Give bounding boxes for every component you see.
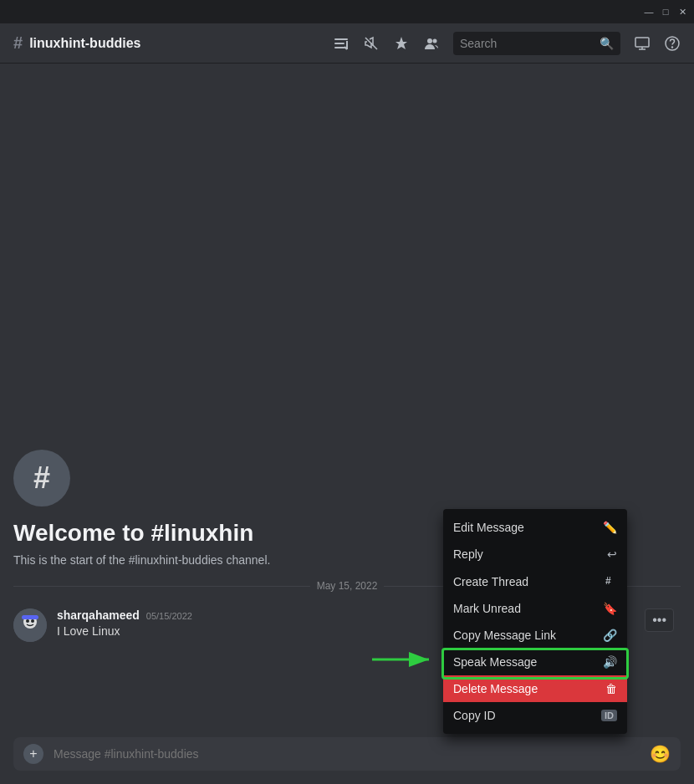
welcome-hash-icon: # [13, 450, 70, 507]
svg-rect-0 [334, 38, 348, 40]
context-menu-delete[interactable]: Delete Message 🗑 [443, 675, 627, 702]
svg-rect-1 [334, 43, 344, 44]
copy-id-label: Copy ID [453, 709, 496, 722]
create-thread-label: Create Thread [453, 575, 528, 588]
pin-icon[interactable] [393, 35, 410, 52]
search-placeholder: Search [460, 37, 593, 50]
message-input-container: + 😊 [13, 737, 681, 771]
reply-icon: ↩ [607, 547, 617, 561]
svg-point-7 [433, 38, 437, 43]
avatar [13, 608, 47, 642]
channel-header: # linuxhint-buddies [0, 23, 694, 64]
header-icons: Search 🔍 [333, 32, 681, 55]
svg-point-12 [672, 47, 673, 48]
search-icon: 🔍 [600, 37, 614, 50]
bookmark-icon: 🔖 [603, 602, 617, 615]
minimize-button[interactable]: — [644, 7, 654, 17]
link-icon: 🔗 [603, 629, 617, 642]
edit-icon: ✏️ [603, 521, 617, 534]
more-actions-button[interactable]: ••• [645, 608, 674, 632]
main-content: # Welcome to #linuxhin This is the start… [0, 64, 694, 784]
copy-link-label: Copy Message Link [453, 629, 556, 642]
context-menu-thread[interactable]: Create Thread # [443, 568, 627, 595]
message-input-area: + 😊 [0, 737, 694, 784]
svg-point-16 [31, 619, 34, 623]
svg-point-15 [26, 619, 29, 623]
context-menu-reply[interactable]: Reply ↩ [443, 541, 627, 568]
message-input[interactable] [54, 747, 640, 761]
edit-message-label: Edit Message [453, 521, 524, 534]
channel-name-label: linuxhint-buddies [29, 36, 140, 51]
close-button[interactable]: ✕ [677, 7, 687, 17]
message-actions: ••• [645, 608, 674, 632]
attachment-button[interactable]: + [23, 744, 43, 764]
speaker-icon: 🔊 [603, 655, 617, 669]
green-arrow-annotation [372, 647, 439, 675]
thread-icon: # [605, 574, 617, 588]
context-menu-copy-id[interactable]: Copy ID ID [443, 702, 627, 729]
threads-icon[interactable] [333, 35, 350, 52]
context-menu-mark-unread[interactable]: Mark Unread 🔖 [443, 595, 627, 622]
help-icon[interactable] [664, 35, 681, 52]
message-timestamp: 05/15/2022 [146, 611, 192, 621]
emoji-button[interactable]: 😊 [650, 744, 671, 764]
monitor-icon[interactable] [634, 35, 651, 52]
channel-hash-icon: # [13, 33, 23, 53]
maximize-button[interactable]: □ [661, 7, 671, 17]
date-label: May 15, 2022 [317, 580, 378, 592]
members-icon[interactable] [423, 35, 440, 52]
svg-point-6 [427, 38, 432, 43]
reply-label: Reply [453, 547, 483, 561]
channel-name-container: # linuxhint-buddies [13, 33, 140, 53]
id-icon: ID [601, 710, 617, 721]
search-bar[interactable]: Search 🔍 [453, 32, 620, 55]
svg-text:#: # [605, 575, 611, 586]
svg-rect-17 [22, 615, 38, 619]
mute-icon[interactable] [363, 35, 380, 52]
svg-rect-8 [635, 38, 649, 47]
message-author: sharqahameed [57, 608, 140, 622]
context-menu-copy-link[interactable]: Copy Message Link 🔗 [443, 622, 627, 649]
context-menu-edit[interactable]: Edit Message ✏️ [443, 514, 627, 541]
avatar-image [13, 608, 47, 642]
trash-icon: 🗑 [605, 682, 617, 695]
mark-unread-label: Mark Unread [453, 602, 521, 615]
speak-message-label: Speak Message [453, 655, 537, 669]
delete-message-label: Delete Message [453, 682, 538, 695]
context-menu: Edit Message ✏️ Reply ↩ Create Thread # … [443, 509, 627, 734]
context-menu-speak[interactable]: Speak Message 🔊 [443, 649, 627, 675]
title-bar: — □ ✕ [0, 0, 694, 23]
